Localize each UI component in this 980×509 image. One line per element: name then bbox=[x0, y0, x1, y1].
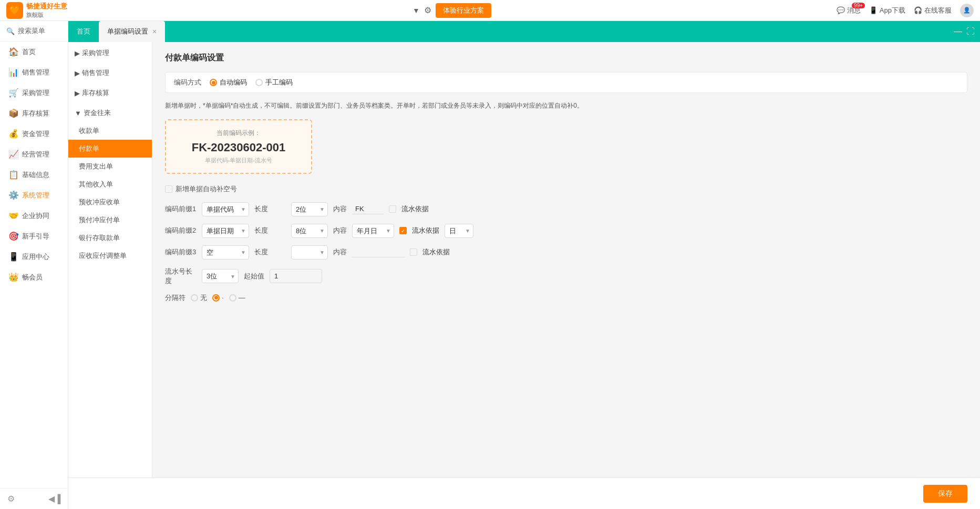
sep-label: 分隔符 bbox=[165, 293, 185, 303]
prefix1-select[interactable]: 单据代码 空 部门 业务员 bbox=[202, 202, 249, 216]
sidebar-item-finance[interactable]: 💰 资金管理 bbox=[0, 123, 68, 144]
radio-group-encode: 自动编码 手工编码 bbox=[210, 78, 293, 87]
length2-select-wrapper: 8位6位4位 ▼ bbox=[291, 224, 328, 238]
stream1-checkbox[interactable] bbox=[389, 205, 396, 213]
trial-btn[interactable]: 体验行业方案 bbox=[436, 3, 491, 18]
tab-close-btn[interactable]: × bbox=[152, 27, 157, 36]
main-content: 付款单编码设置 编码方式 自动编码 手工编码 bbox=[152, 42, 980, 477]
info-text: 新增单据时，*单据编码*自动生成，不可编辑。前缀设置为部门、业务员等档案类。开单… bbox=[165, 100, 967, 112]
sidebar-item-purchase[interactable]: 🛒 采购管理 bbox=[0, 82, 68, 103]
start-val-input[interactable] bbox=[270, 269, 322, 283]
sidebar-item-inventory[interactable]: 📦 库存核算 bbox=[0, 103, 68, 123]
sidebar-item-app[interactable]: 📱 应用中心 bbox=[0, 246, 68, 267]
sub-sidebar: ▶ 采购管理 ▶ 销售管理 ▶ 库存核算 bbox=[68, 42, 152, 477]
collapse-icon[interactable]: ◀▐ bbox=[48, 494, 60, 504]
expand-btn[interactable]: ▼ bbox=[412, 6, 420, 15]
radio-auto-encode[interactable]: 自动编码 bbox=[210, 78, 247, 87]
sub-leaf-prepay-pay[interactable]: 预付冲应付单 bbox=[68, 211, 152, 229]
sub-group-purchase-title[interactable]: ▶ 采购管理 bbox=[68, 44, 152, 62]
serial-len-select[interactable]: 3位4位5位 bbox=[202, 269, 239, 283]
length3-select[interactable]: 2位3位 bbox=[291, 245, 328, 259]
sub-leaf-payment[interactable]: 付款单 bbox=[68, 140, 152, 158]
sidebar-bottom: ⚙ ◀▐ bbox=[0, 488, 68, 509]
stream3-checkbox[interactable] bbox=[410, 248, 417, 256]
sep-dot-circle bbox=[212, 294, 220, 302]
sidebar-item-member[interactable]: 👑 畅会员 bbox=[0, 267, 68, 287]
app-download-btn[interactable]: 📱 App下载 bbox=[869, 6, 905, 15]
sep-none-circle bbox=[191, 294, 198, 302]
sub-leaf-prepay-recv[interactable]: 预收冲应收单 bbox=[68, 193, 152, 211]
length3-label: 长度 bbox=[254, 247, 286, 257]
sidebar-item-collab[interactable]: 🤝 企业协同 bbox=[0, 205, 68, 226]
length1-select[interactable]: 2位3位4位 bbox=[291, 202, 328, 216]
prefix2-row: 编码前缀2 单据日期单据代码空 ▼ 长度 8位6位4位 ▼ 内容 bbox=[165, 224, 967, 238]
sub-leaf-bank-deposit[interactable]: 银行存取款单 bbox=[68, 229, 152, 247]
online-service-btn[interactable]: 🎧 在线客服 bbox=[914, 6, 952, 15]
code-preview-sub: 单据代码-单据日期-流水号 bbox=[179, 157, 298, 164]
sidebar-item-home[interactable]: 🏠 首页 bbox=[0, 41, 68, 62]
content2-select[interactable]: 年月日年月年 bbox=[352, 224, 394, 238]
sep-dash-circle bbox=[229, 294, 236, 302]
stream2-unit-select-wrapper: 日月年 ▼ bbox=[445, 224, 473, 238]
chat-icon: 💬 bbox=[837, 6, 845, 14]
auto-fill-checkbox[interactable] bbox=[165, 185, 172, 193]
purchase-icon: 🛒 bbox=[8, 88, 18, 98]
stream2-unit-select[interactable]: 日月年 bbox=[445, 224, 473, 238]
user-avatar[interactable]: 👤 bbox=[960, 4, 974, 17]
tab-maximize-btn[interactable]: ⛶ bbox=[966, 27, 975, 36]
code-preview-box: 当前编码示例： FK-20230602-001 单据代码-单据日期-流水号 bbox=[165, 119, 312, 174]
stream2-checkbox[interactable]: ✓ bbox=[399, 227, 407, 234]
message-btn[interactable]: 💬 消息 99+ bbox=[837, 6, 861, 15]
sidebar: 🔍 搜索菜单 🏠 首页 📊 销售管理 🛒 采购管理 📦 库存核算 💰 资金管理 … bbox=[0, 21, 68, 509]
content2-select-wrapper: 年月日年月年 ▼ bbox=[352, 224, 394, 238]
sub-leaf-other-income[interactable]: 其他收入单 bbox=[68, 175, 152, 193]
auto-fill-row: 新增单据自动补空号 bbox=[165, 184, 967, 194]
radio-manual-unchecked bbox=[255, 79, 263, 86]
content-area: 首页 单据编码设置 × — ⛶ ▶ 采购管理 bbox=[68, 21, 980, 509]
length1-select-wrapper: 2位3位4位 ▼ bbox=[291, 202, 328, 216]
tab-minimize-btn[interactable]: — bbox=[954, 27, 962, 36]
sep-dash-radio[interactable]: — bbox=[229, 294, 245, 302]
top-bar-center: ▼ ⚙ 体验行业方案 bbox=[412, 3, 491, 18]
sidebar-item-operation[interactable]: 📈 经营管理 bbox=[0, 144, 68, 164]
sub-leaf-receipt[interactable]: 收款单 bbox=[68, 122, 152, 140]
sub-group-fund: ▼ 资金往来 收款单 付款单 费用支出单 其他收入单 bbox=[68, 104, 152, 265]
prefix2-select[interactable]: 单据日期单据代码空 bbox=[202, 224, 249, 238]
sub-group-sales-title[interactable]: ▶ 销售管理 bbox=[68, 64, 152, 82]
sidebar-item-basic[interactable]: 📋 基础信息 bbox=[0, 164, 68, 185]
tab-home[interactable]: 首页 bbox=[68, 21, 99, 42]
collapse-arrow-icon: ▶ bbox=[75, 49, 80, 57]
save-button[interactable]: 保存 bbox=[923, 485, 967, 503]
serial-len-select-wrapper: 3位4位5位 ▼ bbox=[202, 269, 239, 283]
expand-arrow-fund-icon: ▼ bbox=[75, 109, 81, 117]
sidebar-item-system[interactable]: ⚙️ 系统管理 bbox=[0, 185, 68, 205]
top-bar: 🧡 畅捷通好生意 旗舰版 ▼ ⚙ 体验行业方案 💬 消息 99+ 📱 App下载… bbox=[0, 0, 980, 21]
tab-serial-settings[interactable]: 单据编码设置 × bbox=[99, 21, 165, 42]
brand-text: 畅捷通好生意 旗舰版 bbox=[26, 2, 67, 18]
sub-leaf-expense[interactable]: 费用支出单 bbox=[68, 158, 152, 175]
guide-icon: 🎯 bbox=[8, 231, 18, 241]
sep-dot-radio[interactable]: · bbox=[212, 294, 224, 302]
length2-select[interactable]: 8位6位4位 bbox=[291, 224, 328, 238]
sep-none-radio[interactable]: 无 bbox=[191, 293, 207, 303]
sub-group-fund-title[interactable]: ▼ 资金往来 bbox=[68, 104, 152, 122]
page-title: 付款单编码设置 bbox=[165, 53, 967, 64]
separator-row: 分隔符 无 · — bbox=[165, 293, 967, 303]
gear-small-icon[interactable]: ⚙ bbox=[7, 494, 15, 504]
search-menu[interactable]: 🔍 搜索菜单 bbox=[0, 21, 68, 41]
sidebar-item-sales[interactable]: 📊 销售管理 bbox=[0, 62, 68, 82]
prefix1-row: 编码前缀1 单据代码 空 部门 业务员 ▼ 长度 2位3位4位 bbox=[165, 202, 967, 216]
tab-bar-actions: — ⛶ bbox=[954, 27, 980, 36]
content3-input[interactable] bbox=[352, 247, 405, 257]
length3-select-wrapper: 2位3位 ▼ bbox=[291, 245, 328, 259]
serial-row: 流水号长度 3位4位5位 ▼ 起始值 bbox=[165, 267, 967, 286]
prefix3-label: 编码前缀3 bbox=[165, 247, 197, 257]
collapse-arrow-inv-icon: ▶ bbox=[75, 89, 80, 97]
settings-btn[interactable]: ⚙ bbox=[424, 5, 431, 15]
sub-group-inventory-title[interactable]: ▶ 库存核算 bbox=[68, 84, 152, 102]
radio-manual-encode[interactable]: 手工编码 bbox=[255, 78, 293, 87]
sidebar-item-guide[interactable]: 🎯 新手引导 bbox=[0, 226, 68, 246]
prefix3-select[interactable]: 空单据代码部门 bbox=[202, 245, 249, 259]
content1-input[interactable] bbox=[352, 204, 384, 214]
sub-leaf-recv-adjust[interactable]: 应收应付调整单 bbox=[68, 247, 152, 265]
